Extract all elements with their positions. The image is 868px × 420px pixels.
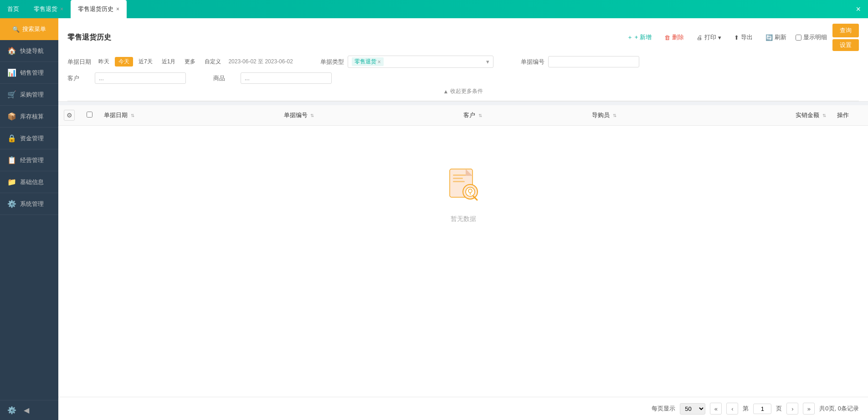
table-container: ⚙ 单据日期 ⇅ 单据编号 ⇅ <box>58 105 868 397</box>
col-ops-label: 操作 <box>837 112 849 118</box>
table-settings-icon[interactable]: ⚙ <box>64 110 75 121</box>
date-filter: 单据日期 昨天 今天 近7天 近1月 更多 自定义 2023-06-02 至 2… <box>67 57 293 67</box>
purchase-icon: 🛒 <box>7 90 16 99</box>
show-detail-input[interactable] <box>796 35 801 41</box>
customer-input[interactable] <box>95 72 186 84</box>
tab-retail-return-history[interactable]: 零售退货历史 × <box>71 0 127 18</box>
col-date-sort: ⇅ <box>131 113 134 118</box>
sidebar-item-inventory[interactable]: 📦 库存核算 <box>0 106 58 128</box>
date-pill-more[interactable]: 更多 <box>181 57 199 67</box>
type-select[interactable]: 零售退货 × ▾ <box>348 56 493 68</box>
finance-icon: 🔒 <box>7 134 16 143</box>
docno-filter-label: 单据编号 <box>521 58 544 66</box>
customer-filter-label: 客户 <box>67 74 91 82</box>
svg-point-5 <box>466 187 475 196</box>
main-layout: 🔍 搜索菜单 🏠 快捷导航 📊 销售管理 🛒 采购管理 📦 库存核算 🔒 资金管… <box>0 18 868 420</box>
empty-state: 暂无数据 <box>58 126 868 241</box>
collapse-sidebar-icon[interactable]: ◀ <box>24 406 29 415</box>
page-title: 零售退货历史 <box>67 33 111 42</box>
refresh-button-label: 刷新 <box>775 33 786 41</box>
filter-row-2: 客户 商品 <box>67 72 859 84</box>
col-customer[interactable]: 客户 ⇅ <box>458 105 586 126</box>
new-button[interactable]: ＋ + 新增 <box>623 31 655 43</box>
col-customer-sort: ⇅ <box>478 113 482 118</box>
settings-button[interactable]: 设置 <box>832 39 859 51</box>
type-tag-close[interactable]: × <box>378 59 381 65</box>
date-pill-today[interactable]: 今天 <box>115 57 133 67</box>
type-filter-label: 单据类型 <box>320 58 344 66</box>
sidebar-item-basic-info[interactable]: 📁 基础信息 <box>0 171 58 193</box>
sidebar-item-finance[interactable]: 🔒 资金管理 <box>0 128 58 149</box>
pagination-bar: 每页显示 50 10 20 100 « ‹ 第 页 › » 共0页, 0条记录 <box>58 397 868 420</box>
window-close-button[interactable]: × <box>848 5 868 14</box>
date-pill-7days[interactable]: 近7天 <box>135 57 156 67</box>
delete-button[interactable]: 🗑 删除 <box>661 31 688 43</box>
sidebar-item-system[interactable]: ⚙️ 系统管理 <box>0 193 58 215</box>
page-size-label: 每页显示 <box>652 405 675 413</box>
show-detail-checkbox[interactable]: 显示明细 <box>796 33 827 41</box>
collapse-up-icon: ▲ <box>443 88 449 95</box>
col-docno[interactable]: 单据编号 ⇅ <box>278 105 458 126</box>
tab-retail-return[interactable]: 零售退货 × <box>26 0 71 18</box>
query-button[interactable]: 查询 <box>832 24 859 37</box>
date-pill-1month[interactable]: 近1月 <box>158 57 180 67</box>
last-page-button[interactable]: » <box>803 403 815 415</box>
export-button-label: 导出 <box>741 33 753 41</box>
col-checkbox <box>80 105 98 126</box>
date-pill-custom[interactable]: 自定义 <box>201 57 225 67</box>
sidebar-item-purchase[interactable]: 🛒 采购管理 <box>0 84 58 106</box>
sidebar-item-finance-label: 资金管理 <box>20 134 44 143</box>
col-amount-sort: ⇅ <box>822 113 826 118</box>
empty-row: 暂无数据 <box>58 126 868 242</box>
print-dropdown-icon: ▾ <box>718 34 721 41</box>
col-docno-label: 单据编号 <box>284 112 308 118</box>
next-page-button[interactable]: › <box>786 403 798 415</box>
date-range-display: 2023-06-02 至 2023-06-02 <box>228 58 293 66</box>
col-guide[interactable]: 导购员 ⇅ <box>586 105 740 126</box>
refresh-button[interactable]: 🔄 刷新 <box>762 31 790 43</box>
sales-icon: 📊 <box>7 68 16 77</box>
col-date-label: 单据日期 <box>104 112 128 118</box>
export-icon: ⬆ <box>734 34 739 41</box>
type-tag: 零售退货 × <box>352 57 384 66</box>
date-pill-yesterday[interactable]: 昨天 <box>95 57 113 67</box>
sidebar-item-purchase-label: 采购管理 <box>20 91 44 99</box>
page-header: 零售退货历史 ＋ + 新增 🗑 删除 🖨 打印 ▾ <box>58 18 868 102</box>
sidebar: 🔍 搜索菜单 🏠 快捷导航 📊 销售管理 🛒 采购管理 📦 库存核算 🔒 资金管… <box>0 18 58 420</box>
page-number-input[interactable] <box>753 404 771 414</box>
type-tag-label: 零售退货 <box>354 58 376 66</box>
sidebar-search[interactable]: 🔍 搜索菜单 <box>0 18 58 40</box>
collapse-button[interactable]: ▲ 收起更多条件 <box>67 86 859 97</box>
refresh-icon: 🔄 <box>765 34 773 41</box>
goods-input[interactable] <box>241 72 332 84</box>
customer-filter: 客户 <box>67 72 186 84</box>
filter-area: 单据日期 昨天 今天 近7天 近1月 更多 自定义 2023-06-02 至 2… <box>67 56 859 101</box>
sidebar-item-operations[interactable]: 📋 经营管理 <box>0 149 58 171</box>
close-tab-retail-return[interactable]: × <box>60 6 63 12</box>
sidebar-item-quick-nav[interactable]: 🏠 快捷导航 <box>0 40 58 62</box>
select-all-checkbox[interactable] <box>87 112 92 118</box>
show-detail-label: 显示明细 <box>803 33 827 41</box>
sidebar-item-sales[interactable]: 📊 销售管理 <box>0 62 58 84</box>
print-button[interactable]: 🖨 打印 ▾ <box>693 31 725 43</box>
top-tabs: 首页 零售退货 × 零售退货历史 × <box>0 0 848 18</box>
close-tab-retail-return-history[interactable]: × <box>116 6 119 12</box>
search-icon: 🔍 <box>12 26 20 33</box>
col-date[interactable]: 单据日期 ⇅ <box>98 105 278 126</box>
total-label: 共0页, 0条记录 <box>819 405 859 413</box>
basic-info-icon: 📁 <box>7 178 16 186</box>
first-page-button[interactable]: « <box>710 403 722 415</box>
print-icon: 🖨 <box>697 34 703 41</box>
date-filter-label: 单据日期 <box>67 58 91 66</box>
sidebar-item-operations-label: 经营管理 <box>20 156 44 164</box>
svg-rect-3 <box>453 181 465 182</box>
docno-input[interactable] <box>548 56 639 67</box>
page-size-select[interactable]: 50 10 20 100 <box>680 403 705 415</box>
table-body: 暂无数据 <box>58 126 868 242</box>
export-button[interactable]: ⬆ 导出 <box>730 31 756 43</box>
prev-page-button[interactable]: ‹ <box>726 403 738 415</box>
tab-home[interactable]: 首页 <box>0 0 26 18</box>
settings-bottom-icon[interactable]: ⚙️ <box>7 406 16 415</box>
col-amount[interactable]: 实销金额 ⇅ <box>740 105 832 126</box>
col-docno-sort: ⇅ <box>310 113 314 118</box>
